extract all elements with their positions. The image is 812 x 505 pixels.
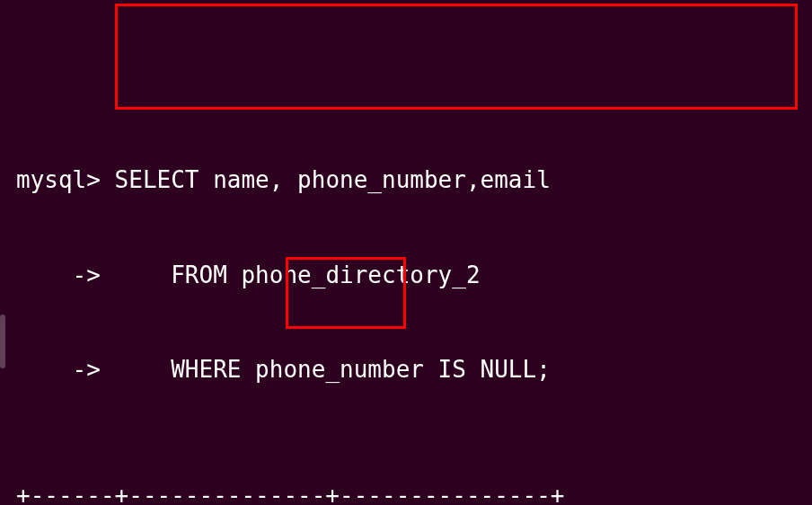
- query-line-2: -> FROM phone_directory_2: [16, 260, 803, 291]
- prompt-cont: ->: [16, 356, 101, 383]
- prompt-cont: ->: [16, 261, 101, 288]
- scrollbar-thumb[interactable]: [0, 315, 5, 368]
- table-border-top: +------+--------------+---------------+: [16, 480, 803, 505]
- terminal[interactable]: mysql> SELECT name, phone_number,email -…: [0, 0, 812, 505]
- prompt-mysql: mysql>: [16, 166, 101, 193]
- sql-line-1: SELECT name, phone_number,email: [101, 166, 551, 193]
- sql-line-2: FROM phone_directory_2: [101, 261, 481, 288]
- sql-line-3: WHERE phone_number IS NULL;: [101, 356, 551, 383]
- query-line-1: mysql> SELECT name, phone_number,email: [16, 164, 803, 196]
- query-line-3: -> WHERE phone_number IS NULL;: [16, 354, 803, 385]
- highlight-query-box: [115, 4, 798, 110]
